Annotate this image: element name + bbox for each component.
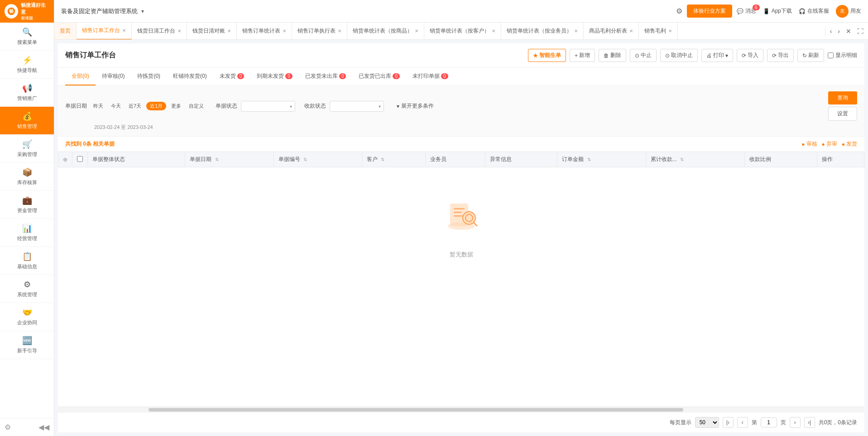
- shortcut-custom[interactable]: 自定义: [186, 102, 206, 110]
- tab-sales-order[interactable]: 销售订单工作台 ✕: [77, 23, 132, 40]
- customer-sort-icon: ⇅: [381, 157, 384, 162]
- smart-create-button[interactable]: ★ 智能生单: [528, 49, 566, 62]
- page-input[interactable]: [761, 417, 777, 427]
- page-size-select[interactable]: 50 10 20 100: [695, 417, 719, 428]
- tab-prev-icon[interactable]: ‹: [828, 27, 834, 36]
- select-all-checkbox[interactable]: [77, 156, 83, 162]
- tab-sales-stats[interactable]: 销售订单统计表 ✕: [237, 23, 292, 40]
- page-first-btn[interactable]: |‹: [723, 417, 734, 428]
- sidebar-item-finance[interactable]: 💼 资金管理: [0, 191, 54, 219]
- filter-tab-shipped-not-outbound[interactable]: 已发货未出库0: [299, 68, 353, 85]
- filter-tab-expired-not-shipped[interactable]: 到期未发货0: [250, 68, 299, 85]
- filter-tab-shipped-outbound[interactable]: 已发货已出库0: [352, 68, 406, 85]
- settings-button[interactable]: 设置: [828, 107, 857, 121]
- settings-bottom-icon[interactable]: ⚙: [5, 423, 11, 431]
- col-staff-header[interactable]: 业务员: [425, 152, 485, 167]
- page-last-btn[interactable]: ›|: [804, 417, 815, 428]
- sidebar-item-inventory[interactable]: 📦 库存核算: [0, 163, 54, 191]
- close-tab-sales-profit[interactable]: ✕: [668, 28, 672, 33]
- close-tab-sales-order[interactable]: ✕: [122, 28, 126, 33]
- close-tab-product-margin[interactable]: ✕: [629, 28, 633, 33]
- tab-next-icon[interactable]: ›: [835, 27, 842, 36]
- tab-cash-daily[interactable]: 钱货日清工作台 ✕: [132, 23, 187, 40]
- tab-close-all-icon[interactable]: ✕: [844, 27, 854, 36]
- sidebar-item-marketing[interactable]: 📢 营销推广: [0, 79, 54, 107]
- sidebar-item-quick-nav[interactable]: ⚡ 快捷导航: [0, 51, 54, 79]
- col-customer-header[interactable]: 客户 ⇅: [362, 152, 425, 167]
- tab-home[interactable]: 首页: [54, 23, 77, 40]
- delete-button[interactable]: 🗑 删除: [599, 49, 626, 62]
- shortcut-1month[interactable]: 近1月: [146, 102, 166, 110]
- print-button[interactable]: 🖨 打印 ▾: [701, 49, 733, 62]
- filter-tab-pending-review[interactable]: 待审核(0): [96, 68, 131, 85]
- expand-more-btn[interactable]: ▾ 展开更多条件: [393, 100, 437, 112]
- refresh-button[interactable]: ↻ 刷新: [797, 49, 824, 62]
- column-settings-icon[interactable]: ⊕: [63, 156, 67, 163]
- close-tab-cash-reconcile[interactable]: ✕: [227, 28, 231, 33]
- close-tab-sales-exec[interactable]: ✕: [338, 28, 341, 33]
- col-amount-header[interactable]: 订单金额 ⇅: [557, 152, 646, 167]
- stop-button[interactable]: ⊙ 中止: [630, 49, 657, 62]
- close-tab-sales-sum-product[interactable]: ✕: [415, 28, 418, 33]
- message-icon: 💬: [737, 8, 743, 14]
- payment-select[interactable]: [330, 101, 384, 112]
- filter-tab-pending-inspect[interactable]: 待拣货(0): [131, 68, 167, 85]
- tab-cash-reconcile[interactable]: 钱货日清对账 ✕: [187, 23, 237, 40]
- tab-sales-profit[interactable]: 销售毛利 ✕: [639, 23, 678, 40]
- tab-sales-sum-product[interactable]: 销货单统计表（按商品） ✕: [347, 23, 424, 40]
- export-button[interactable]: ⟳ 导出: [767, 49, 794, 62]
- print-dropdown-icon[interactable]: ▾: [725, 52, 728, 59]
- shortcut-yesterday[interactable]: 昨天: [91, 102, 106, 110]
- sidebar-item-purchase[interactable]: 🛒 采购管理: [0, 135, 54, 163]
- filter-tab-not-printed[interactable]: 未打印单据0: [406, 68, 455, 85]
- shortcut-7days[interactable]: 近7天: [126, 102, 144, 110]
- sidebar-item-system[interactable]: ⚙ 系统管理: [0, 275, 54, 303]
- topbar-settings-icon[interactable]: ⚙: [676, 7, 682, 15]
- messages-button[interactable]: 💬 消息 6: [737, 7, 756, 15]
- status-select[interactable]: [241, 101, 295, 112]
- page-prev-btn[interactable]: ‹: [737, 417, 748, 428]
- sidebar-item-basic-info[interactable]: 📋 基础信息: [0, 247, 54, 275]
- trial-button[interactable]: 体验行业方案: [687, 5, 732, 18]
- cancel-stop-button[interactable]: ⊙ 取消中止: [660, 49, 698, 62]
- show-detail-checkbox[interactable]: [828, 52, 834, 58]
- sidebar-item-sales[interactable]: 💰 销售管理: [0, 107, 54, 135]
- tab-product-margin[interactable]: 商品毛利分析表 ✕: [584, 23, 639, 40]
- filter-tab-wangpu-ship[interactable]: 旺铺待发货(0): [167, 68, 213, 85]
- sidebar-item-newbie[interactable]: 🆕 新手引导: [0, 331, 54, 359]
- sidebar-item-operations[interactable]: 📊 经营管理: [0, 219, 54, 247]
- close-tab-sales-stats[interactable]: ✕: [283, 28, 286, 33]
- show-detail-checkbox-label[interactable]: 显示明细: [828, 52, 857, 59]
- close-tab-cash-daily[interactable]: ✕: [177, 28, 181, 33]
- batch-void-button[interactable]: ● 弃审: [822, 140, 837, 148]
- tab-sales-exec[interactable]: 销售订单执行表 ✕: [292, 23, 347, 40]
- system-dropdown-icon[interactable]: ▾: [141, 8, 144, 14]
- batch-ship-button[interactable]: ● 发货: [842, 140, 857, 148]
- page-next-btn[interactable]: ›: [790, 417, 801, 428]
- app-download-button[interactable]: 📱 App下载: [763, 7, 792, 15]
- close-tab-sales-sum-customer[interactable]: ✕: [492, 28, 495, 33]
- filter-tab-all[interactable]: 全部(0): [65, 68, 96, 85]
- sidebar-item-cooperation[interactable]: 🤝 企业协同: [0, 303, 54, 331]
- import-button[interactable]: ⟳ 导入: [737, 49, 763, 62]
- filter-row-1: 单据日期 昨天 今天 近7天 近1月 更多 自定义 单据状态: [65, 91, 857, 121]
- close-tab-sales-sum-staff[interactable]: ✕: [574, 28, 578, 33]
- online-service-button[interactable]: 🎧 在线客服: [799, 7, 829, 15]
- sidebar-item-search[interactable]: 🔍 搜索菜单: [0, 23, 54, 51]
- col-date-header[interactable]: 单据日期 ⇅: [185, 152, 273, 167]
- batch-audit-button[interactable]: ● 审核: [801, 140, 817, 148]
- filter-tab-not-shipped[interactable]: 未发货0: [213, 68, 251, 85]
- user-menu[interactable]: 友 用友: [836, 5, 861, 18]
- col-collected-header[interactable]: 累计收款... ⇅: [646, 152, 744, 167]
- shortcut-more[interactable]: 更多: [168, 102, 184, 110]
- tab-fullscreen-icon[interactable]: ⛶: [855, 27, 866, 36]
- tab-sales-sum-staff[interactable]: 销货单统计表（按业务员） ✕: [501, 23, 584, 40]
- horizontal-scrollbar[interactable]: [58, 407, 864, 412]
- shortcut-today[interactable]: 今天: [108, 102, 124, 110]
- scrollbar-thumb[interactable]: [149, 408, 683, 412]
- collapse-icon[interactable]: ◀◀: [38, 423, 49, 431]
- col-number-header[interactable]: 单据编号 ⇅: [273, 152, 362, 167]
- add-button[interactable]: + 新增: [570, 49, 595, 62]
- tab-sales-sum-customer[interactable]: 销货单统计表（按客户） ✕: [424, 23, 501, 40]
- query-button[interactable]: 查询: [828, 91, 857, 104]
